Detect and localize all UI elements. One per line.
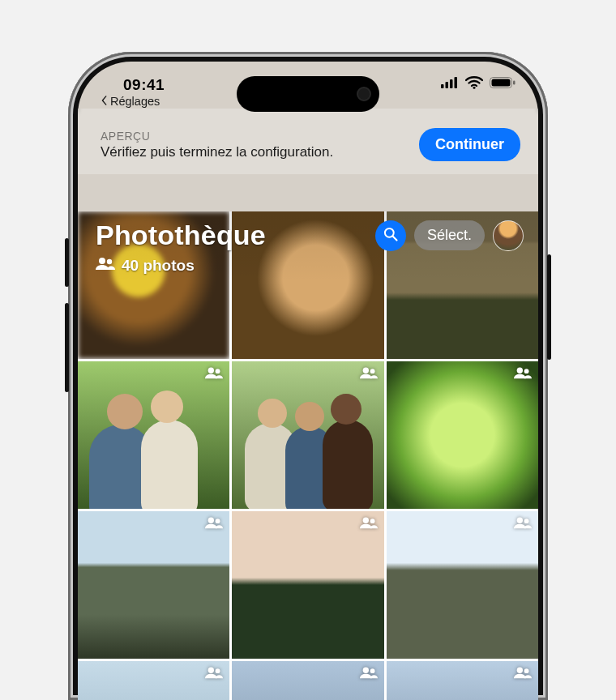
svg-point-17 bbox=[370, 519, 374, 523]
people-icon bbox=[205, 516, 223, 532]
back-label-text: Réglages bbox=[110, 95, 160, 108]
photo-count: 40 photos bbox=[122, 257, 195, 275]
svg-rect-1 bbox=[446, 82, 449, 88]
photo-tile[interactable] bbox=[232, 361, 383, 509]
photo-tile[interactable] bbox=[387, 511, 538, 659]
wifi-icon bbox=[465, 76, 483, 89]
battery-icon bbox=[490, 77, 515, 88]
svg-point-21 bbox=[216, 668, 220, 673]
svg-point-23 bbox=[370, 668, 374, 673]
people-icon bbox=[96, 256, 115, 275]
photo-tile[interactable] bbox=[78, 511, 229, 659]
library-header: Photothèque Sélect. 40 photos bbox=[78, 211, 538, 281]
select-button[interactable]: Sélect. bbox=[414, 220, 485, 250]
banner-title: APERÇU bbox=[101, 130, 411, 143]
photo-tile[interactable] bbox=[78, 661, 229, 700]
svg-point-19 bbox=[524, 519, 529, 523]
search-button[interactable] bbox=[375, 220, 406, 251]
svg-point-18 bbox=[517, 518, 523, 523]
side-button bbox=[547, 254, 551, 360]
svg-point-12 bbox=[517, 368, 523, 373]
svg-point-8 bbox=[208, 368, 214, 373]
svg-point-14 bbox=[208, 518, 214, 523]
svg-point-15 bbox=[216, 519, 220, 523]
svg-point-24 bbox=[517, 668, 523, 673]
svg-point-9 bbox=[216, 369, 220, 373]
svg-point-4 bbox=[473, 87, 476, 89]
screen: 09:41 Réglages bbox=[78, 62, 538, 700]
people-icon bbox=[205, 666, 223, 682]
svg-rect-6 bbox=[492, 79, 511, 87]
svg-point-29 bbox=[107, 259, 112, 264]
svg-point-16 bbox=[362, 518, 368, 523]
photo-grid[interactable] bbox=[78, 211, 538, 700]
photo-tile[interactable] bbox=[387, 361, 538, 509]
svg-rect-0 bbox=[441, 84, 444, 88]
phone-frame: 09:41 Réglages bbox=[68, 52, 548, 700]
profile-avatar[interactable] bbox=[493, 220, 524, 251]
people-icon bbox=[205, 366, 223, 382]
continue-button[interactable]: Continuer bbox=[419, 128, 520, 161]
preview-banner: APERÇU Vérifiez puis terminez la configu… bbox=[78, 109, 538, 174]
people-icon bbox=[360, 666, 378, 682]
svg-point-28 bbox=[99, 258, 105, 264]
svg-point-10 bbox=[362, 368, 368, 373]
people-icon bbox=[360, 516, 378, 532]
people-icon bbox=[514, 516, 532, 532]
photo-tile[interactable] bbox=[387, 661, 538, 700]
photo-tile[interactable] bbox=[78, 361, 229, 509]
svg-rect-7 bbox=[513, 81, 515, 85]
svg-line-27 bbox=[392, 237, 396, 241]
people-icon bbox=[514, 666, 532, 682]
people-icon bbox=[360, 366, 378, 382]
library-title: Photothèque bbox=[96, 220, 367, 251]
svg-point-20 bbox=[208, 668, 214, 673]
svg-rect-3 bbox=[455, 77, 458, 88]
svg-rect-2 bbox=[450, 79, 453, 88]
photo-tile[interactable] bbox=[232, 661, 383, 700]
chevron-left-icon bbox=[101, 95, 109, 108]
banner-subtitle: Vérifiez puis terminez la configuration. bbox=[101, 144, 411, 160]
photo-tile[interactable] bbox=[232, 511, 383, 659]
dynamic-island bbox=[237, 76, 379, 112]
svg-point-13 bbox=[524, 369, 529, 373]
svg-point-22 bbox=[362, 668, 368, 673]
search-icon bbox=[383, 226, 399, 245]
people-icon bbox=[514, 366, 532, 382]
cellular-icon bbox=[441, 77, 459, 88]
svg-point-25 bbox=[524, 668, 529, 673]
front-camera bbox=[357, 87, 371, 101]
svg-point-11 bbox=[370, 369, 374, 373]
